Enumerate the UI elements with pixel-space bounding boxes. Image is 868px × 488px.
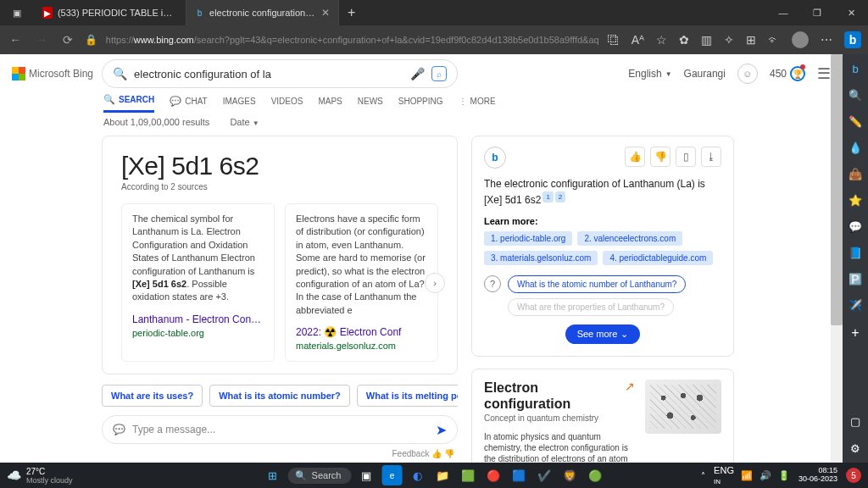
back-button[interactable]: ←: [7, 33, 25, 47]
edge-icon[interactable]: e: [381, 465, 402, 485]
more-icon[interactable]: ⋯: [821, 33, 832, 47]
thumbs-up-icon[interactable]: 👍: [431, 449, 442, 458]
browser-tab-1[interactable]: ▶ (533) PERIODIC TABLE in 1 Shot: [34, 0, 186, 25]
task-view-icon[interactable]: ▣: [356, 465, 376, 485]
tab-search[interactable]: 🔍SEARCH: [103, 94, 154, 113]
language-selector[interactable]: English▼: [628, 68, 671, 80]
reload-button[interactable]: ⟳: [58, 33, 76, 47]
star-icon[interactable]: ⭐: [848, 192, 863, 208]
close-window-button[interactable]: ✕: [834, 0, 868, 25]
hamburger-menu-icon[interactable]: ☰: [817, 64, 831, 83]
weather-widget[interactable]: ☁️ 27°C Mostly cloudy: [7, 467, 73, 485]
tab-images[interactable]: IMAGES: [223, 97, 256, 111]
favorites-icon[interactable]: ✧: [724, 33, 734, 47]
notification-icon[interactable]: 5: [846, 468, 861, 483]
thumbs-down-icon[interactable]: 👎: [444, 449, 454, 458]
word-icon[interactable]: 🟦: [509, 465, 529, 485]
related-chip[interactable]: What is its melting point?: [357, 385, 458, 407]
see-more-button[interactable]: See more⌄: [565, 324, 641, 344]
tab-maps[interactable]: MAPS: [318, 97, 342, 111]
volume-icon[interactable]: 🔊: [760, 470, 771, 481]
check-icon[interactable]: ✔️: [534, 465, 554, 485]
learn-link[interactable]: 2. valenceelectrons.com: [577, 231, 682, 246]
citation[interactable]: 2: [555, 191, 565, 202]
app-icon[interactable]: ◐: [407, 465, 427, 485]
chevron-up-icon[interactable]: ˄: [701, 471, 705, 480]
search-input[interactable]: [134, 68, 403, 80]
file-explorer-icon[interactable]: 📁: [432, 465, 453, 485]
learn-link[interactable]: 3. materials.gelsonluz.com: [484, 251, 598, 265]
citation[interactable]: 1: [542, 191, 553, 202]
user-avatar[interactable]: ☺: [737, 64, 758, 84]
app-icon[interactable]: 🔴: [483, 465, 504, 485]
search-box[interactable]: 🔍 🎤 ⌕: [102, 59, 458, 88]
excel-icon[interactable]: 🟩: [458, 465, 478, 485]
export-button[interactable]: ⭳: [701, 147, 721, 167]
tab-videos[interactable]: VIDEOS: [271, 97, 303, 111]
source-snippet-2[interactable]: Electrons have a specific form of distri…: [285, 203, 438, 362]
send-icon[interactable]: ➤: [436, 422, 447, 438]
search-icon[interactable]: 🔍: [848, 87, 863, 103]
wifi-icon[interactable]: 📶: [741, 470, 753, 481]
start-button[interactable]: ⊞: [263, 465, 283, 485]
bing-logo[interactable]: Microsoft Bing: [12, 67, 93, 80]
taskbar-search[interactable]: 🔍 Search: [288, 468, 352, 484]
profile-avatar[interactable]: [792, 31, 809, 48]
thumbs-up-button[interactable]: 👍: [625, 147, 645, 167]
tab-overview-icon[interactable]: ▣: [0, 0, 34, 25]
clock[interactable]: 08:15 30-06-2023: [798, 467, 837, 484]
minimize-button[interactable]: —: [766, 0, 800, 25]
compose-box[interactable]: 💬 Type a message... ➤: [102, 415, 458, 444]
lock-icon[interactable]: 🔒: [85, 34, 97, 46]
shopping-icon[interactable]: 👜: [848, 166, 863, 181]
learn-link[interactable]: 1. periodic-table.org: [484, 231, 572, 246]
followup-chip[interactable]: What are the properties of Lanthanum?: [508, 298, 674, 316]
battery-icon[interactable]: 🔋: [778, 470, 790, 481]
settings-icon[interactable]: ⚙: [848, 441, 863, 456]
spotify-icon[interactable]: 🟢: [585, 465, 605, 485]
collections-icon[interactable]: ⊞: [746, 33, 756, 47]
tab-news[interactable]: NEWS: [358, 97, 383, 111]
extension-icon[interactable]: ✿: [679, 33, 689, 47]
tools-icon[interactable]: ✏️: [848, 114, 863, 129]
rewards-counter[interactable]: 450 🏆: [770, 66, 805, 81]
microphone-icon[interactable]: 🎤: [410, 67, 425, 80]
vertical-scrollbar[interactable]: [831, 54, 843, 463]
related-chip[interactable]: What are its uses?: [102, 385, 203, 407]
close-icon[interactable]: ✕: [321, 7, 330, 19]
new-tab-button[interactable]: +: [339, 5, 364, 20]
app-icon[interactable]: 🅿️: [848, 271, 863, 286]
bing-sidebar-button[interactable]: b: [844, 31, 861, 48]
share-icon[interactable]: ↗: [625, 380, 635, 393]
bing-icon[interactable]: b: [848, 61, 863, 76]
browser-tab-2[interactable]: b electronic configuration of la - Se ✕: [186, 0, 339, 25]
brave-icon[interactable]: 🦁: [559, 465, 580, 485]
address-bar[interactable]: https://www.bing.com/search?pglt=43&q=el…: [106, 35, 599, 45]
tab-actions-icon[interactable]: ⿻: [608, 33, 620, 47]
split-screen-icon[interactable]: ▥: [701, 33, 712, 47]
language-indicator[interactable]: ENGIN: [714, 465, 734, 485]
hide-sidebar-icon[interactable]: ▢: [848, 413, 863, 429]
tab-chat[interactable]: 💬CHAT: [170, 96, 207, 112]
feedback-link[interactable]: Feedback: [392, 449, 430, 458]
outlook-icon[interactable]: 📘: [848, 245, 863, 260]
add-sidebar-button[interactable]: +: [851, 325, 859, 341]
user-name[interactable]: Gaurangi: [684, 68, 726, 80]
tab-shopping[interactable]: SHOPPING: [398, 97, 443, 111]
copy-button[interactable]: ▯: [676, 147, 696, 167]
related-chip[interactable]: What is its atomic number?: [209, 385, 350, 407]
thumbs-down-button[interactable]: 👎: [650, 147, 670, 167]
visual-search-icon[interactable]: ⌕: [431, 66, 447, 81]
maximize-button[interactable]: ❐: [800, 0, 834, 25]
followup-chip[interactable]: What is the atomic number of Lanthanum?: [508, 275, 686, 293]
scrollbar-thumb[interactable]: [831, 54, 843, 325]
tab-more[interactable]: ⋮ MORE: [459, 97, 496, 111]
date-filter[interactable]: Date ▼: [230, 117, 259, 127]
plane-icon[interactable]: ✈️: [848, 297, 863, 313]
performance-icon[interactable]: ᯤ: [768, 33, 780, 47]
drop-icon[interactable]: 💧: [848, 140, 863, 155]
favorite-icon[interactable]: ☆: [656, 33, 667, 47]
skype-icon[interactable]: 💬: [848, 219, 863, 234]
learn-link[interactable]: 4. periodictableguide.com: [603, 251, 713, 265]
read-aloud-icon[interactable]: Aᴬ: [632, 33, 644, 47]
